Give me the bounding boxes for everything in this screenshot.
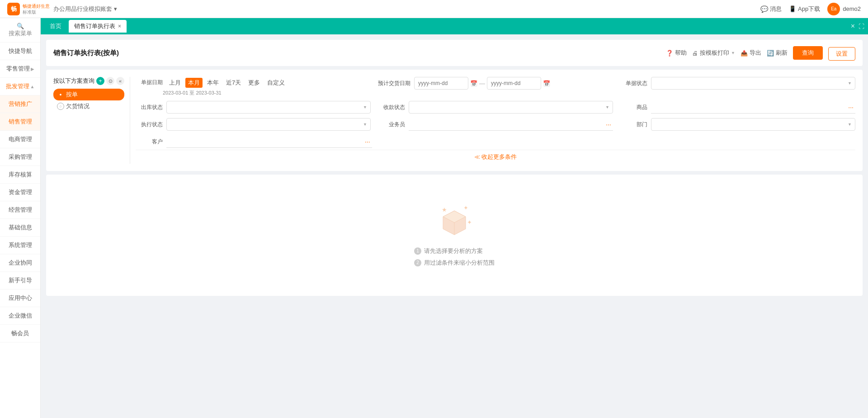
out-status-select[interactable] bbox=[166, 101, 371, 114]
nav-order-label: 按单 bbox=[66, 90, 78, 99]
avatar-text: Ea bbox=[831, 6, 836, 11]
date-range-text: 2023-03-01 至 2023-03-31 bbox=[163, 90, 222, 96]
goods-picker-button[interactable]: ··· bbox=[848, 104, 854, 111]
expected-date-label: 预计交货日期 bbox=[378, 80, 410, 87]
collapse-icon: ≪ bbox=[474, 153, 482, 160]
top-bar: 畅 畅捷通好生意标准版 办公用品行业模拟账套 ▾ 💬 消息 📱 App下载 Ea… bbox=[0, 0, 868, 18]
exec-status-group: 执行状态 bbox=[136, 118, 371, 131]
sidebar-label-ecommerce: 电商管理 bbox=[9, 136, 32, 142]
quick-date-custom[interactable]: 自定义 bbox=[264, 78, 288, 88]
sidebar-label-operations: 经营管理 bbox=[9, 206, 32, 213]
tab-home-label: 首页 bbox=[50, 22, 61, 30]
sidebar-item-ecommerce[interactable]: 电商管理 bbox=[0, 131, 40, 148]
doc-date-group: 单据日期 上月 本月 本年 近7天 更多 自定义 bbox=[136, 77, 371, 96]
breadcrumb-text: 办公用品行业模拟账套 bbox=[53, 5, 112, 13]
sidebar-item-operations[interactable]: 经营管理 bbox=[0, 201, 40, 219]
sidebar-item-finance[interactable]: 资金管理 bbox=[0, 184, 40, 201]
help-icon: ❓ bbox=[666, 50, 673, 57]
collect-status-select[interactable] bbox=[409, 101, 613, 114]
filter-section-title: 按以下方案查询 + ⊙ « bbox=[53, 77, 124, 85]
empty-tips: 1 请先选择要分析的方案 2 用过滤条件来缩小分析范围 bbox=[414, 245, 495, 269]
out-status-label: 出库状态 bbox=[136, 104, 163, 111]
top-bar-left: 畅 畅捷通好生意标准版 办公用品行业模拟账套 ▾ bbox=[7, 3, 117, 15]
main-layout: 🔍 搜索菜单 快捷导航 零售管理 ▶ 批发管理 ▲ 营销推广 销售管理 电商管理… bbox=[0, 18, 868, 418]
user-profile-button[interactable]: Ea demo2 bbox=[827, 3, 861, 15]
quick-date-this-year[interactable]: 本年 bbox=[204, 78, 222, 88]
refresh-button[interactable]: 🔄 刷新 bbox=[767, 49, 788, 57]
sidebar-item-quick-nav[interactable]: 快捷导航 bbox=[0, 43, 40, 60]
salesman-label: 业务员 bbox=[378, 121, 405, 128]
sidebar-item-marketing[interactable]: 营销推广 bbox=[0, 95, 40, 113]
svg-text:✦: ✦ bbox=[463, 204, 468, 211]
sidebar-item-inventory[interactable]: 库存核算 bbox=[0, 166, 40, 184]
filter-edit-button[interactable]: ⊙ bbox=[106, 77, 114, 85]
retail-expand-icon: ▶ bbox=[31, 66, 34, 71]
page-actions: ❓ 帮助 🖨 按模板打印 ▼ 📤 导出 🔄 刷新 bbox=[666, 45, 855, 61]
sidebar-item-basic-info[interactable]: 基础信息 bbox=[0, 219, 40, 237]
filter-row-more: 执行状态 业务员 ··· bbox=[136, 118, 855, 131]
cal-icon-end[interactable]: 📅 bbox=[543, 80, 550, 87]
top-bar-right: 💬 消息 📱 App下载 Ea demo2 bbox=[760, 3, 861, 15]
help-button[interactable]: ❓ 帮助 bbox=[666, 49, 687, 57]
window-maximize-button[interactable]: ⛶ bbox=[859, 23, 864, 30]
sidebar-item-newbie[interactable]: 新手引导 bbox=[0, 272, 40, 290]
filter-nav-by-order[interactable]: ● 按单 bbox=[53, 89, 124, 100]
export-button[interactable]: 📤 导出 bbox=[741, 49, 761, 57]
print-button[interactable]: 🖨 按模板打印 ▼ bbox=[692, 49, 735, 57]
app-download-button[interactable]: 📱 App下载 bbox=[789, 5, 820, 13]
doc-status-select[interactable] bbox=[651, 77, 855, 90]
quick-date-last-month[interactable]: 上月 bbox=[166, 78, 184, 88]
sidebar-label-marketing: 营销推广 bbox=[9, 100, 32, 107]
svg-text:★: ★ bbox=[442, 206, 447, 213]
settings-button[interactable]: 设置 bbox=[828, 47, 855, 61]
tab-home[interactable]: 首页 bbox=[44, 20, 67, 33]
nav-shortage-icon: ○ bbox=[57, 103, 64, 110]
tab-sales-order[interactable]: 销售订单执行表 × bbox=[69, 20, 127, 33]
quick-date-more[interactable]: 更多 bbox=[245, 78, 263, 88]
sidebar-item-sales[interactable]: 销售管理 bbox=[0, 113, 40, 131]
tip-text-2: 用过滤条件来缩小分析范围 bbox=[424, 257, 495, 269]
exec-status-select[interactable] bbox=[166, 118, 371, 131]
salesman-picker-button[interactable]: ··· bbox=[606, 121, 611, 128]
expected-date-end[interactable] bbox=[487, 77, 541, 90]
dept-select[interactable] bbox=[651, 118, 855, 131]
filter-collapse-button[interactable]: « bbox=[116, 77, 124, 85]
sidebar-item-enterprise-wechat[interactable]: 企业微信 bbox=[0, 307, 40, 325]
sidebar-item-member[interactable]: 畅会员 bbox=[0, 325, 40, 342]
filter-add-button[interactable]: + bbox=[96, 77, 104, 85]
help-label: 帮助 bbox=[675, 49, 687, 57]
print-label: 按模板打印 bbox=[700, 49, 729, 57]
empty-state: ★ ✦ ✦ 1 请先选择要分析的方案 2 用过滤条件来缩小分析范围 bbox=[46, 175, 863, 296]
breadcrumb: 办公用品行业模拟账套 ▾ bbox=[53, 5, 117, 13]
logo-text: 畅捷通好生意标准版 bbox=[23, 3, 50, 15]
sidebar-item-system[interactable]: 系统管理 bbox=[0, 237, 40, 254]
doc-status-select-wrap bbox=[651, 77, 855, 90]
sidebar-label-member: 畅会员 bbox=[11, 330, 29, 337]
quick-date-this-month[interactable]: 本月 bbox=[185, 78, 203, 88]
sidebar-item-app-center[interactable]: 应用中心 bbox=[0, 290, 40, 307]
filter-row-dates: 单据日期 上月 本月 本年 近7天 更多 自定义 bbox=[136, 77, 855, 96]
tab-close-icon[interactable]: × bbox=[118, 23, 121, 29]
message-button[interactable]: 💬 消息 bbox=[760, 5, 782, 13]
sidebar-item-wholesale[interactable]: 批发管理 ▲ bbox=[0, 78, 40, 95]
filter-nav-shortage[interactable]: ○ 欠货情况 bbox=[53, 100, 124, 112]
cal-icon-start[interactable]: 📅 bbox=[470, 80, 477, 87]
sidebar-item-enterprise[interactable]: 企业协同 bbox=[0, 254, 40, 272]
filter-panel: 按以下方案查询 + ⊙ « ● 按单 ○ 欠货情况 bbox=[46, 70, 863, 171]
goods-group: 商品 ··· bbox=[620, 101, 855, 114]
window-close-button[interactable]: × bbox=[851, 22, 855, 30]
sidebar-item-search-menu[interactable]: 🔍 搜索菜单 bbox=[0, 18, 40, 43]
dept-group: 部门 bbox=[620, 118, 855, 131]
page-content: 销售订单执行表(按单) ❓ 帮助 🖨 按模板打印 ▼ 📤 导出 bbox=[41, 34, 868, 418]
breadcrumb-arrow[interactable]: ▾ bbox=[114, 5, 117, 12]
collect-status-group: 收款状态 bbox=[378, 101, 613, 114]
customer-picker-button[interactable]: ··· bbox=[365, 138, 370, 145]
sidebar-item-purchase[interactable]: 采购管理 bbox=[0, 148, 40, 166]
expected-date-start[interactable] bbox=[414, 77, 468, 90]
quick-date-last-7days[interactable]: 近7天 bbox=[223, 78, 244, 88]
logo-abbr: 畅 bbox=[11, 5, 17, 13]
query-button[interactable]: 查询 bbox=[793, 46, 823, 60]
salesman-group: 业务员 ··· bbox=[378, 118, 613, 131]
sidebar-item-retail[interactable]: 零售管理 ▶ bbox=[0, 60, 40, 78]
collapse-conditions-button[interactable]: ≪ 收起更多条件 bbox=[136, 150, 855, 164]
